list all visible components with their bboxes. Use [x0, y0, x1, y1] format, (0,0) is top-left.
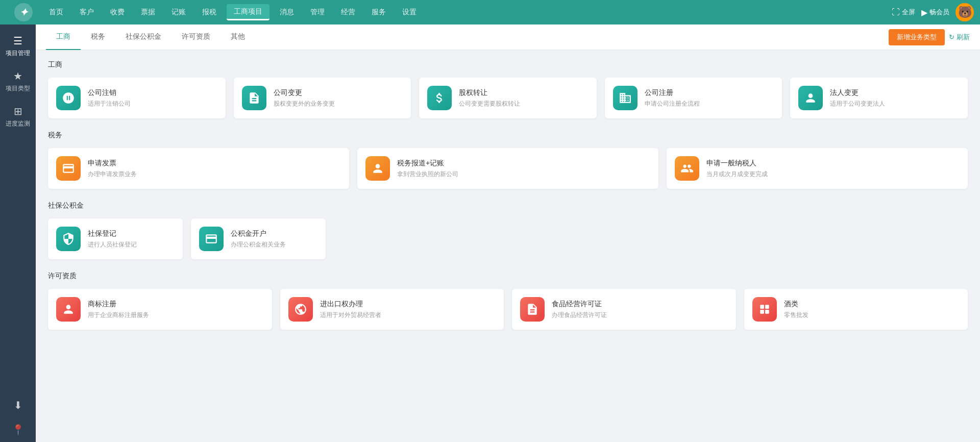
progress-monitor-icon: ⊞ [14, 105, 22, 117]
invoice-apply-title: 申请发票 [88, 159, 341, 168]
card-company-cancel[interactable]: 公司注销 适用于注销公司 [48, 78, 226, 118]
general-taxpayer-info: 申请一般纳税人 当月或次月成变更完成 [706, 159, 960, 179]
main-content: 工商 税务 社保公积金 许可资质 其他 新增业务类型 ↻ 刷新 工商 公司注销 [36, 24, 980, 442]
card-company-register[interactable]: 公司注册 申请公司注册全流程 [605, 78, 782, 118]
card-invoice-apply[interactable]: 申请发票 办理申请发票业务 [48, 148, 349, 189]
provident-fund-title: 公积金开户 [231, 229, 317, 238]
company-register-icon [613, 86, 638, 110]
company-change-title: 公司变更 [274, 88, 403, 97]
fullscreen-button[interactable]: ⛶ 全屏 [892, 8, 915, 17]
trademark-title: 商标注册 [88, 300, 264, 309]
sidebar-item-project-type[interactable]: ★ 项目类型 [0, 64, 36, 99]
general-taxpayer-icon [675, 156, 699, 181]
social-insurance-desc: 进行人员社保登记 [88, 240, 175, 249]
refresh-label: 刷新 [957, 33, 970, 42]
logo-icon: ✦ [14, 3, 33, 21]
card-equity-transfer[interactable]: 股权转让 公司变更需要股权转让 [419, 78, 597, 118]
nav-manage[interactable]: 管理 [302, 0, 333, 24]
section-title-shebao: 社保公积金 [48, 201, 968, 210]
top-navigation: ✦ 首页 客户 收费 票据 记账 报税 工商项目 消息 管理 经营 服务 设置 … [0, 0, 980, 24]
card-provident-fund[interactable]: 公积金开户 办理公积金相关业务 [191, 218, 326, 259]
member-button[interactable]: ▶ 畅会员 [921, 8, 949, 17]
company-cancel-title: 公司注销 [88, 88, 217, 97]
add-business-type-button[interactable]: 新增业务类型 [889, 29, 945, 45]
nav-message[interactable]: 消息 [272, 0, 302, 24]
card-company-change[interactable]: 公司变更 股权变更外的业务变更 [234, 78, 411, 118]
legal-change-desc: 适用于公司变更法人 [830, 100, 960, 108]
invoice-apply-icon [56, 156, 81, 181]
nav-service[interactable]: 服务 [363, 0, 394, 24]
tab-gongshang[interactable]: 工商 [46, 24, 81, 50]
card-general-taxpayer[interactable]: 申请一般纳税人 当月或次月成变更完成 [667, 148, 968, 189]
general-taxpayer-title: 申请一般纳税人 [706, 159, 960, 168]
import-export-icon [288, 297, 313, 322]
sidebar-label-project-type: 项目类型 [6, 84, 30, 93]
fullscreen-label: 全屏 [902, 8, 915, 17]
social-insurance-title: 社保登记 [88, 229, 175, 238]
card-social-insurance[interactable]: 社保登记 进行人员社保登记 [48, 218, 183, 259]
alcohol-icon [752, 297, 777, 322]
sidebar-label-progress-monitor: 进度监测 [6, 119, 30, 128]
tab-xuke[interactable]: 许可资质 [172, 24, 220, 50]
tabs: 工商 税务 社保公积金 许可资质 其他 [46, 24, 255, 50]
nav-business[interactable]: 工商项目 [227, 4, 270, 20]
card-tax-accounting[interactable]: 税务报道+记账 拿到营业执照的新公司 [357, 148, 658, 189]
card-legal-change[interactable]: 法人变更 适用于公司变更法人 [790, 78, 968, 118]
company-change-desc: 股权变更外的业务变更 [274, 100, 403, 108]
company-register-info: 公司注册 申请公司注册全流程 [645, 88, 774, 108]
card-import-export[interactable]: 进出口权办理 适用于对外贸易经营者 [280, 289, 504, 330]
avatar[interactable]: 🐻 [955, 3, 974, 21]
nav-fee[interactable]: 收费 [102, 0, 133, 24]
sidebar-item-project-manage[interactable]: ☰ 项目管理 [0, 29, 36, 64]
equity-transfer-icon [427, 86, 452, 110]
food-license-desc: 办理食品经营许可证 [552, 311, 728, 320]
invoice-apply-info: 申请发票 办理申请发票业务 [88, 159, 341, 179]
nav-bill[interactable]: 票据 [133, 0, 163, 24]
sidebar-item-progress-monitor[interactable]: ⊞ 进度监测 [0, 99, 36, 134]
fullscreen-icon: ⛶ [892, 8, 900, 17]
section-title-gongshang: 工商 [48, 60, 968, 69]
tax-accounting-icon [365, 156, 390, 181]
section-title-shiwu: 税务 [48, 131, 968, 140]
tab-shiwu[interactable]: 税务 [81, 24, 115, 50]
nav-tax[interactable]: 报税 [194, 0, 225, 24]
social-insurance-icon [56, 227, 81, 251]
svg-rect-3 [765, 310, 769, 314]
svg-rect-0 [760, 305, 764, 309]
refresh-button[interactable]: ↻ 刷新 [949, 33, 970, 42]
nav-accounting[interactable]: 记账 [163, 0, 194, 24]
nav-customer[interactable]: 客户 [71, 0, 102, 24]
company-change-icon [242, 86, 266, 110]
card-trademark[interactable]: 商标注册 用于企业商标注册服务 [48, 289, 272, 330]
legal-change-info: 法人变更 适用于公司变更法人 [830, 88, 960, 108]
nav-operation[interactable]: 经营 [333, 0, 363, 24]
nav-settings[interactable]: 设置 [394, 0, 425, 24]
equity-transfer-desc: 公司变更需要股权转让 [459, 100, 589, 108]
tab-bar: 工商 税务 社保公积金 许可资质 其他 新增业务类型 ↻ 刷新 [36, 24, 980, 50]
svg-rect-1 [765, 305, 769, 309]
nav-home[interactable]: 首页 [41, 0, 71, 24]
card-food-license[interactable]: 食品经营许可证 办理食品经营许可证 [512, 289, 736, 330]
gongshang-cards: 公司注销 适用于注销公司 公司变更 股权变更外的业务变更 股权转让 [48, 78, 968, 118]
xuke-cards: 商标注册 用于企业商标注册服务 进出口权办理 适用于对外贸易经营者 食品 [48, 289, 968, 330]
tax-accounting-info: 税务报道+记账 拿到营业执照的新公司 [397, 159, 650, 179]
trademark-info: 商标注册 用于企业商标注册服务 [88, 300, 264, 320]
location-icon: 📍 [12, 424, 24, 436]
sidebar-item-download[interactable]: ⬇ [10, 393, 27, 418]
import-export-info: 进出口权办理 适用于对外贸易经营者 [320, 300, 496, 320]
sidebar-item-location[interactable]: 📍 [10, 418, 27, 442]
food-license-info: 食品经营许可证 办理食品经营许可证 [552, 300, 728, 320]
card-alcohol[interactable]: 酒类 零售批发 [744, 289, 968, 330]
tab-shebao[interactable]: 社保公积金 [115, 24, 172, 50]
tab-bar-actions: 新增业务类型 ↻ 刷新 [889, 29, 970, 45]
nav-items: 首页 客户 收费 票据 记账 报税 工商项目 消息 管理 经营 服务 设置 [41, 0, 892, 24]
logo: ✦ [6, 3, 41, 21]
trademark-desc: 用于企业商标注册服务 [88, 311, 264, 320]
company-change-info: 公司变更 股权变更外的业务变更 [274, 88, 403, 108]
company-cancel-icon [56, 86, 81, 110]
company-cancel-desc: 适用于注销公司 [88, 100, 217, 108]
tab-other[interactable]: 其他 [220, 24, 255, 50]
trademark-icon [56, 297, 81, 322]
legal-change-title: 法人变更 [830, 88, 960, 97]
alcohol-info: 酒类 零售批发 [784, 300, 960, 320]
